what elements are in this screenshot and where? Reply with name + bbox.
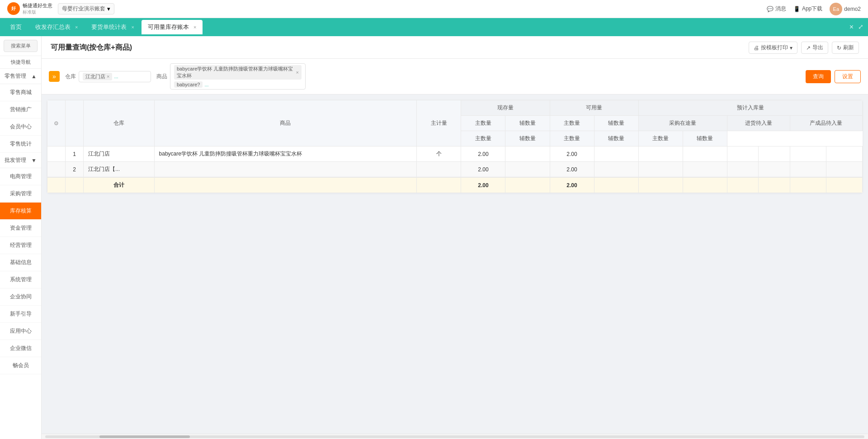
tab-available-close[interactable]: × — [193, 24, 196, 30]
cell-prod-aux-2 — [826, 162, 862, 178]
tab-receive-label: 收发存汇总表 — [35, 23, 71, 31]
tab-order-stat[interactable]: 要货单统计表 × — [85, 20, 140, 34]
logo-sub: 标准版 — [23, 9, 52, 15]
refresh-btn[interactable]: ↻ 刷新 — [832, 42, 859, 54]
cell-unit-1: 个 — [417, 146, 461, 162]
enterprise-wx-label: 企业微信 — [10, 345, 32, 352]
sidebar-item-system[interactable]: 系统管理 — [0, 271, 41, 288]
filter-toggle-btn[interactable]: » — [49, 71, 60, 82]
footer-stock-main: 2.00 — [461, 177, 505, 193]
sidebar-item-inventory[interactable]: 库存核算 — [0, 203, 41, 220]
product-tag-2-text: babycare? — [177, 82, 200, 87]
cell-product-1: babycare学饮杯 儿童防摔防撞吸管杯重力球吸嘴杯宝宝水杯 — [154, 146, 417, 162]
sidebar-item-operations[interactable]: 经营管理 — [0, 237, 41, 254]
message-btn[interactable]: 💬 消息 — [767, 5, 786, 13]
top-bar-right: 💬 消息 📱 App下载 Ea demo2 — [767, 3, 861, 15]
expand-btn[interactable]: ⤢ — [857, 22, 864, 32]
industry-selector[interactable]: 母婴行业演示账套 ▾ — [58, 3, 114, 14]
cell-avail-aux-2 — [594, 162, 638, 178]
warehouse-tag-close[interactable]: × — [107, 74, 109, 79]
sidebar-item-vip[interactable]: 畅会员 — [0, 357, 41, 374]
sidebar-item-purchase[interactable]: 采购管理 — [0, 185, 41, 203]
sidebar-item-enterprise-wx[interactable]: 企业微信 — [0, 340, 41, 357]
table-footer-row: 合计 2.00 2.00 — [47, 177, 863, 193]
th-incoming-main: 主数量 — [550, 131, 594, 146]
horizontal-scrollbar[interactable] — [42, 434, 868, 439]
footer-avail-main: 2.00 — [550, 177, 594, 193]
logo-area: 好 畅捷通好生意 标准版 — [7, 2, 52, 15]
product-input-wrap[interactable]: babycare学饮杯 儿童防摔防撞吸管杯重力球吸嘴杯宝宝水杯 × babyca… — [170, 63, 306, 90]
enterprise-label: 企业协同 — [10, 293, 32, 301]
sidebar-item-new-guide[interactable]: 新手引导 — [0, 306, 41, 323]
cell-incoming-aux-1 — [759, 146, 790, 162]
tab-home[interactable]: 首页 — [4, 20, 28, 34]
warehouse-filter-label: 仓库 — [65, 73, 76, 80]
quick-nav-btn[interactable]: 快捷导航 — [0, 56, 41, 69]
sidebar-search-area: 搜索菜单 — [0, 36, 41, 56]
top-bar: 好 畅捷通好生意 标准版 母婴行业演示账套 ▾ 💬 消息 📱 App下载 Ea … — [0, 0, 868, 18]
search-menu-btn[interactable]: 搜索菜单 — [4, 40, 38, 52]
th-no — [66, 100, 84, 146]
product-filter-more[interactable]: ... — [204, 82, 208, 87]
main-layout: 搜索菜单 快捷导航 零售管理 ▲ 零售商城 营销推广 会员中心 零售统计 批发管… — [0, 36, 868, 439]
cell-stock-main-2: 2.00 — [461, 162, 505, 178]
th-avail-main: 主数量 — [550, 116, 594, 131]
user-name: demo2 — [844, 6, 861, 12]
expand-arrow-icon-2: ▼ — [31, 157, 37, 164]
sidebar-item-member-center[interactable]: 会员中心 — [0, 118, 41, 136]
basics-label: 基础信息 — [10, 259, 32, 266]
sidebar: 搜索菜单 快捷导航 零售管理 ▲ 零售商城 营销推广 会员中心 零售统计 批发管… — [0, 36, 42, 439]
product-filter-label: 商品 — [156, 73, 167, 80]
warehouse-filter-more[interactable]: ... — [114, 74, 118, 79]
sidebar-item-retail-mgmt[interactable]: 零售管理 ▲ — [0, 69, 41, 84]
close-all-tabs-btn[interactable]: × — [849, 22, 854, 32]
sidebar-item-retail-mall[interactable]: 零售商城 — [0, 84, 41, 101]
tab-receive[interactable]: 收发存汇总表 × — [29, 20, 84, 34]
cell-avail-main-1: 2.00 — [550, 146, 594, 162]
export-btn[interactable]: ↗ 导出 — [801, 42, 828, 54]
nav-actions: × ⤢ — [849, 22, 864, 32]
cell-no-1: 1 — [66, 146, 84, 162]
th-product: 商品 — [154, 100, 417, 146]
refresh-icon: ↻ — [837, 45, 841, 51]
logo-icon: 好 — [7, 2, 20, 15]
th-incoming: 进货待入量 — [727, 116, 790, 131]
product-filter-group: 商品 babycare学饮杯 儿童防摔防撞吸管杯重力球吸嘴杯宝宝水杯 × bab… — [156, 63, 306, 90]
cell-pur-onway-aux-1 — [683, 146, 727, 162]
user-profile[interactable]: Ea demo2 — [830, 3, 861, 15]
purchase-label: 采购管理 — [10, 190, 32, 198]
tab-order-stat-label: 要货单统计表 — [91, 23, 127, 31]
th-forecast-in: 预计入库量 — [638, 100, 862, 116]
sidebar-item-retail-stat[interactable]: 零售统计 — [0, 136, 41, 153]
sidebar-item-enterprise[interactable]: 企业协同 — [0, 288, 41, 306]
gear-icon[interactable]: ⚙ — [54, 120, 59, 127]
th-available: 可用量 — [550, 100, 638, 116]
message-label: 消息 — [775, 5, 786, 13]
tab-receive-close[interactable]: × — [75, 24, 78, 30]
query-btn[interactable]: 查询 — [806, 70, 831, 83]
warehouse-input-wrap[interactable]: 江北门店 × ... — [79, 71, 151, 82]
app-download-label: App下载 — [802, 5, 822, 13]
new-guide-label: 新手引导 — [10, 310, 32, 318]
avatar: Ea — [830, 3, 842, 15]
product-tag-1-close[interactable]: × — [296, 70, 299, 75]
tab-available[interactable]: 可用量库存账本 × — [142, 20, 203, 34]
sidebar-item-marketing[interactable]: 营销推广 — [0, 101, 41, 118]
sidebar-item-finance[interactable]: 资金管理 — [0, 220, 41, 237]
sidebar-item-ecommerce[interactable]: 电商管理 — [0, 168, 41, 185]
tab-order-stat-close[interactable]: × — [131, 24, 134, 30]
page-title: 可用量查询(按仓库+商品) — [51, 43, 132, 52]
sidebar-item-wholesale-mgmt[interactable]: 批发管理 ▼ — [0, 153, 41, 168]
setting-btn[interactable]: 设置 — [835, 70, 861, 83]
cell-incoming-main-2 — [727, 162, 759, 178]
print-btn[interactable]: 🖨 按模板打印 ▾ — [749, 42, 797, 54]
sidebar-item-app-center[interactable]: 应用中心 — [0, 323, 41, 340]
sidebar-item-basics[interactable]: 基础信息 — [0, 254, 41, 271]
cell-stock-main-1: 2.00 — [461, 146, 505, 162]
scroll-thumb[interactable] — [99, 435, 190, 438]
warehouse-tag-1: 江北门店 × — [83, 73, 112, 80]
logo-info: 畅捷通好生意 标准版 — [23, 2, 52, 15]
page-header: 可用量查询(按仓库+商品) 🖨 按模板打印 ▾ ↗ 导出 ↻ 刷新 — [42, 36, 868, 59]
app-download-btn[interactable]: 📱 App下载 — [793, 5, 822, 13]
table-row: 2 江北门店【... 2.00 2.00 — [47, 162, 863, 178]
